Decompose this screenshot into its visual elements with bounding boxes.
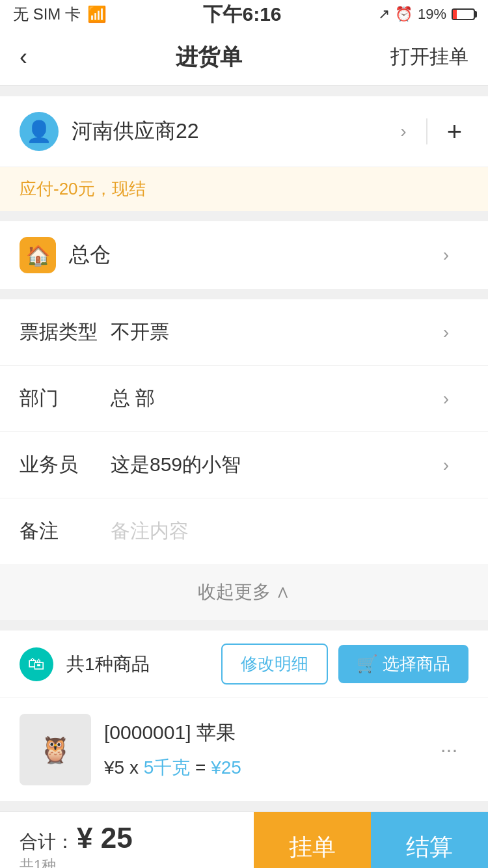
product-section: 🛍 共1种商品 修改明细 🛒 选择商品 🦉 [0000001] 苹果 ¥5: [0, 631, 488, 801]
divider: [426, 118, 427, 144]
status-bar: 无 SIM 卡 📶 下午6:16 ↗ ⏰ 19%: [0, 0, 488, 29]
invoice-type-value: 不开票: [111, 319, 443, 346]
product-header: 🛍 共1种商品 修改明细 🛒 选择商品: [0, 631, 488, 698]
supplier-name: 河南供应商22: [72, 117, 400, 146]
remark-label: 备注: [20, 518, 111, 545]
total-row: 合计： ¥ 25: [20, 821, 234, 854]
product-info: [0000001] 苹果 ¥5 x 5千克 = ¥25: [104, 720, 429, 780]
chevron-right-icon: ›: [443, 322, 449, 343]
product-thumbnail: 🦉: [20, 714, 91, 785]
warehouse-row[interactable]: 🏠 总仓 ›: [0, 221, 488, 289]
supplier-row[interactable]: 👤 河南供应商22 › +: [0, 96, 488, 167]
product-quantity: 5千克: [144, 757, 191, 778]
avatar: 👤: [20, 112, 59, 151]
battery-indicator: [452, 8, 475, 20]
collapse-label: 收起更多 ∧: [198, 582, 291, 602]
notice-text: 应付-20元，现结: [20, 179, 146, 198]
cart-icon: 🛒: [357, 654, 377, 674]
supplier-card: 👤 河南供应商22 › + 应付-20元，现结: [0, 96, 488, 211]
warehouse-icon: 🏠: [20, 237, 56, 273]
unit-price: ¥5: [104, 757, 124, 778]
open-pending-button[interactable]: 打开挂单: [390, 44, 468, 70]
pending-button[interactable]: 挂单: [254, 812, 371, 869]
notice-bar: 应付-20元，现结: [0, 167, 488, 211]
chevron-right-icon: ›: [400, 121, 406, 142]
avatar-icon: 👤: [26, 119, 52, 144]
staff-value: 这是859的小智: [111, 452, 443, 478]
staff-label: 业务员: [20, 452, 111, 478]
total-label: 合计：: [20, 830, 74, 854]
footer: 合计： ¥ 25 共1种 挂单 结算: [0, 811, 488, 868]
alarm-icon: ⏰: [395, 6, 413, 23]
wifi-icon: 📶: [87, 5, 107, 23]
sim-label: 无 SIM 卡: [13, 4, 81, 25]
shopping-icon: 🛍: [28, 654, 45, 674]
select-product-label: 选择商品: [383, 653, 450, 675]
department-row[interactable]: 部门 总 部 ›: [0, 366, 488, 432]
page-title: 进货单: [176, 42, 242, 72]
location-icon: ↗: [378, 6, 390, 23]
remark-input[interactable]: 备注内容: [111, 518, 468, 545]
home-icon: 🏠: [26, 244, 50, 267]
status-left: 无 SIM 卡 📶: [13, 4, 107, 25]
product-subtotal: ¥25: [211, 757, 241, 778]
status-time: 下午6:16: [203, 1, 281, 28]
nav-bar: ‹ 进货单 打开挂单: [0, 29, 488, 86]
equals-sign: =: [195, 757, 206, 778]
product-icon: 🛍: [20, 647, 53, 681]
chevron-right-icon: ›: [443, 455, 449, 476]
product-code: [0000001]: [104, 722, 191, 743]
product-price: ¥5 x 5千克 = ¥25: [104, 755, 429, 780]
invoice-type-label: 票据类型: [20, 319, 111, 346]
chevron-right-icon: ›: [443, 245, 449, 265]
modify-detail-button[interactable]: 修改明细: [221, 644, 328, 685]
add-supplier-button[interactable]: +: [441, 117, 468, 146]
warehouse-name: 总仓: [69, 241, 443, 269]
multiply-sign: x: [129, 757, 139, 778]
select-product-button[interactable]: 🛒 选择商品: [338, 645, 468, 683]
product-name: [0000001] 苹果: [104, 720, 429, 746]
collapse-bar[interactable]: 收起更多 ∧: [0, 564, 488, 620]
product-item: 🦉 [0000001] 苹果 ¥5 x 5千克 = ¥25 ···: [0, 698, 488, 801]
checkout-button[interactable]: 结算: [371, 812, 488, 869]
product-title: 苹果: [197, 722, 236, 743]
invoice-type-row[interactable]: 票据类型 不开票 ›: [0, 299, 488, 366]
form-card: 票据类型 不开票 › 部门 总 部 › 业务员 这是859的小智 › 备注 备注…: [0, 299, 488, 564]
battery-percent: 19%: [418, 6, 446, 23]
back-button[interactable]: ‹: [20, 44, 27, 71]
footer-total: 合计： ¥ 25 共1种: [0, 821, 254, 869]
more-options-button[interactable]: ···: [429, 737, 468, 763]
department-value: 总 部: [111, 385, 443, 412]
status-right: ↗ ⏰ 19%: [378, 6, 475, 23]
remark-row[interactable]: 备注 备注内容: [0, 498, 488, 564]
product-logo: 🦉: [39, 735, 72, 765]
content: 👤 河南供应商22 › + 应付-20元，现结 🏠 总仓 › 票据类型 不开票 …: [0, 96, 488, 801]
total-amount: ¥ 25: [77, 822, 133, 854]
total-count: 共1种: [20, 856, 234, 869]
product-count: 共1种商品: [66, 652, 221, 677]
staff-row[interactable]: 业务员 这是859的小智 ›: [0, 432, 488, 498]
department-label: 部门: [20, 385, 111, 412]
chevron-right-icon: ›: [443, 388, 449, 409]
